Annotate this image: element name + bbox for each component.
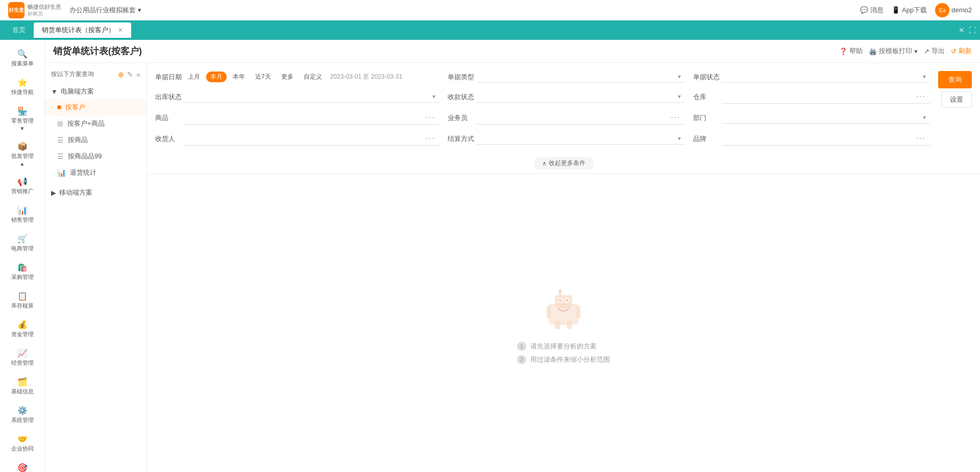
sidebar-item-wholesale[interactable]: 📦 批发管理 ▲ <box>0 136 44 172</box>
add-scheme-icon[interactable]: ⊕ <box>118 70 124 79</box>
receipt-select[interactable]: ▾ <box>476 91 684 103</box>
chevron-down-icon: ▾ <box>923 73 926 80</box>
scheme-item-returns[interactable]: 📊 退货统计 <box>45 164 146 181</box>
message-button[interactable]: 💬 消息 <box>860 6 884 15</box>
app-download-button[interactable]: 📱 App下载 <box>892 6 927 15</box>
tab-home[interactable]: 首页 <box>4 22 34 38</box>
sidebar-item-inventory[interactable]: 📋 库存核算 <box>0 286 44 315</box>
wholesale-icon: 📦 <box>17 141 28 151</box>
page-header: 销货单统计表(按客户) ❓ 帮助 🖨️ 按模板打印 ▾ ↗ 导出 ↺ 刷新 <box>45 40 980 63</box>
sidebar-item-search[interactable]: 🔍 搜索菜单 <box>0 44 44 73</box>
tab-close-icon[interactable]: ✕ <box>118 27 123 34</box>
more-dots-icon[interactable]: ··· <box>671 113 680 122</box>
svg-rect-8 <box>547 305 551 318</box>
mobile-section-header[interactable]: ▶ 移动端方案 <box>45 185 146 200</box>
date-tab-last-month[interactable]: 上月 <box>184 72 204 82</box>
status-field: 单据状态 ▾ <box>693 71 930 83</box>
chevron-down-icon: ▾ <box>432 93 435 100</box>
scheme-item-by-customer-goods[interactable]: ⊞ 按客户+商品 <box>45 115 146 132</box>
empty-tips: 1 请先选择要分析的方案 2 用过滤条件来缩小分析范围 <box>517 342 610 364</box>
date-tab-more[interactable]: 更多 <box>277 72 298 82</box>
sidebar-item-newguide[interactable]: 🎯 新手引导 <box>0 458 44 472</box>
sidebar-item-marketing[interactable]: 📢 营销推广 <box>0 172 44 200</box>
finance-icon: 💰 <box>17 320 28 329</box>
chevron-down-icon: ▾ <box>138 6 141 14</box>
settings-button[interactable]: 设置 <box>941 91 972 108</box>
svg-point-7 <box>558 289 562 293</box>
chevron-down-icon: ▾ <box>914 48 918 55</box>
top-bar: 好生意 畅捷信好生意 标赋员 办公用品行业模拟账套 ▾ 💬 消息 📱 App下载… <box>0 0 980 20</box>
date-tab-this-month[interactable]: 本月 <box>206 72 227 82</box>
filter-area: 单据日期 上月 本月 本年 近7天 更多 自定义 <box>147 63 980 174</box>
filter-row-1: 单据日期 上月 本月 本年 近7天 更多 自定义 <box>155 71 930 83</box>
warehouse-field: 仓库 ··· <box>693 90 930 104</box>
collapse-button[interactable]: ∧ 收起更多条件 <box>534 157 594 170</box>
filter-actions: 查询 设置 <box>930 71 972 153</box>
edit-scheme-icon[interactable]: ✎ <box>127 70 133 79</box>
scheme-item-by-goods-99[interactable]: ☰ 按商品品99 <box>45 148 146 164</box>
sidebar-item-basic[interactable]: 🗂️ 基础信息 <box>0 372 44 400</box>
sidebar-item-purchase[interactable]: 🛍️ 采购管理 <box>0 257 44 286</box>
chevron-right-icon: ▶ <box>51 189 56 197</box>
scheme-item-by-goods[interactable]: ☰ 按商品 <box>45 132 146 148</box>
department-select[interactable]: ▾ <box>722 112 930 124</box>
empty-tip-1: 1 请先选择要分析的方案 <box>517 342 610 351</box>
tab-bar: 首页 销货单统计表（按客户） ✕ ✕ ⛶ <box>0 20 980 40</box>
user-menu[interactable]: Ea demo2 <box>935 3 972 17</box>
print-icon: 🖨️ <box>869 48 877 55</box>
type-select[interactable]: ▾ <box>476 71 684 83</box>
goods-field: 商品 ··· <box>155 111 439 125</box>
outstock-field: 出库状态 ▾ <box>155 91 439 103</box>
maximize-icon[interactable]: ⛶ <box>969 26 976 34</box>
settlement-select[interactable]: ▾ <box>476 133 684 145</box>
top-bar-right: 💬 消息 📱 App下载 Ea demo2 <box>860 3 972 17</box>
date-tab-custom[interactable]: 自定义 <box>300 72 326 82</box>
filter-row-3: 商品 ··· 业务员 <box>155 111 930 125</box>
export-button[interactable]: ↗ 导出 <box>924 46 945 56</box>
date-filter: 上月 本月 本年 近7天 更多 自定义 2023-03-01 至 2023-03… <box>184 72 439 82</box>
more-dots-icon[interactable]: ··· <box>916 92 926 101</box>
logo-area: 好生意 畅捷信好生意 标赋员 <box>8 2 61 18</box>
outstock-select[interactable]: ▾ <box>184 91 439 103</box>
sidebar-item-ecommerce[interactable]: 🛒 电商管理 <box>0 229 44 257</box>
goods-select[interactable]: ··· <box>184 111 439 125</box>
scheme-item-by-customer[interactable]: 按客户 <box>45 99 146 115</box>
receiver-select[interactable]: ··· <box>184 132 439 146</box>
chevron-icon: ▲ <box>20 161 25 167</box>
retail-icon: 🏪 <box>17 106 28 116</box>
more-dots-icon[interactable]: ··· <box>916 134 926 143</box>
warehouse-select[interactable]: ··· <box>722 90 930 104</box>
enterprise-icon: 🤝 <box>17 434 28 444</box>
sidebar-item-retail[interactable]: 🏪 零售管理 ▼ <box>0 101 44 136</box>
sidebar-item-sales[interactable]: 📊 销售管理 <box>0 200 44 229</box>
tab-sales-stats[interactable]: 销货单统计表（按客户） ✕ <box>34 22 131 38</box>
scheme-panel-header: 按以下方案查询 ⊕ ✎ « <box>45 67 146 82</box>
more-dots-icon[interactable]: ··· <box>426 134 435 143</box>
date-tab-this-year[interactable]: 本年 <box>229 72 249 82</box>
sidebar-item-operation[interactable]: 📈 经营管理 <box>0 343 44 372</box>
sidebar-item-shortcuts[interactable]: ⭐ 快捷导航 <box>0 73 44 101</box>
template-print-button[interactable]: 🖨️ 按模板打印 ▾ <box>869 46 918 56</box>
brand-select[interactable]: ··· <box>722 132 930 146</box>
marketing-icon: 📢 <box>17 177 28 186</box>
scheme-panel-actions: ⊕ ✎ « <box>118 70 140 79</box>
salesperson-select[interactable]: ··· <box>476 111 684 125</box>
date-field: 单据日期 上月 本月 本年 近7天 更多 自定义 <box>155 72 439 82</box>
filter-main: 单据日期 上月 本月 本年 近7天 更多 自定义 <box>155 71 972 153</box>
chevron-down-icon: ▾ <box>678 73 681 80</box>
industry-selector[interactable]: 办公用品行业模拟账套 ▾ <box>65 4 145 17</box>
collapse-panel-icon[interactable]: « <box>136 70 140 79</box>
help-button[interactable]: ❓ 帮助 <box>839 46 863 56</box>
sidebar-item-finance[interactable]: 💰 资金管理 <box>0 315 44 343</box>
more-dots-icon[interactable]: ··· <box>426 113 435 122</box>
desktop-scheme-section: ▼ 电脑端方案 按客户 ⊞ 按客户+商品 ☰ 按商品 <box>45 82 146 183</box>
close-window-icon[interactable]: ✕ <box>959 26 965 34</box>
status-select[interactable]: ▾ <box>722 71 930 83</box>
sidebar-item-enterprise[interactable]: 🤝 企业协同 <box>0 429 44 458</box>
sidebar-item-system[interactable]: ⚙️ 系统管理 <box>0 400 44 429</box>
refresh-button[interactable]: ↺ 刷新 <box>951 46 972 56</box>
desktop-section-header[interactable]: ▼ 电脑端方案 <box>45 84 146 99</box>
query-button[interactable]: 查询 <box>938 71 972 88</box>
export-icon: ↗ <box>924 48 929 55</box>
date-tab-7days[interactable]: 近7天 <box>251 72 275 82</box>
